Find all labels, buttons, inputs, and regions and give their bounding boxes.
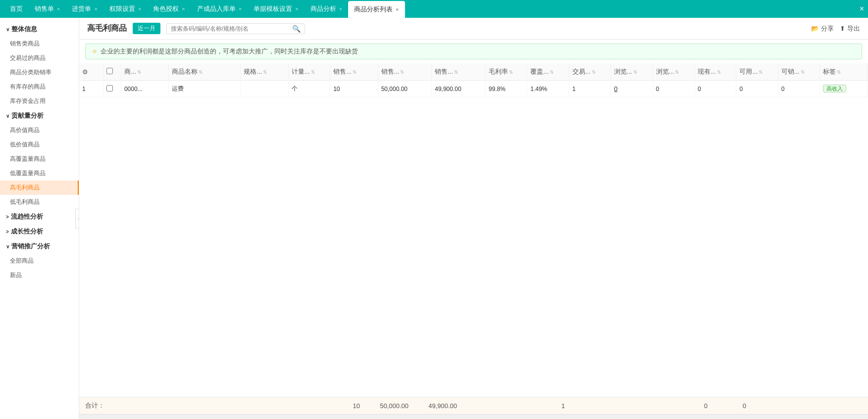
horizontal-scrollbar[interactable] [79,414,868,419]
col-header-4[interactable]: 规格...⇅ [241,63,289,81]
col-header-5[interactable]: 计量...⇅ [288,63,330,81]
sidebar-item-高覆盖量商品[interactable]: 高覆盖量商品 [0,152,79,166]
sidebar-item-有库存的商品[interactable]: 有库存的商品 [0,80,79,94]
settings-icon[interactable]: ⚙ [82,68,88,76]
sidebar-group-贡献量分析[interactable]: ∨贡献量分析 [0,108,79,123]
export-button[interactable]: ⬆ 导出 [840,24,860,33]
footer-sale-qty: 10 [320,402,360,410]
col-header-9[interactable]: 毛利率⇅ [485,63,527,81]
data-table: ⚙商...⇅商品名称⇅规格...⇅计量...⇅销售...⇅销售...⇅销售...… [79,63,868,97]
sidebar-group-营销推广分析[interactable]: ∨营销推广分析 [0,239,79,254]
table-row: 10000...运费个1050,000.0049,900.0099.8%1.49… [79,81,868,97]
top-nav: 首页销售单×进货单×权限设置×角色授权×产成品入库单×单据模板设置×商品分析×商… [0,0,868,18]
nav-tab-close[interactable]: × [339,6,342,12]
col-header-1[interactable] [103,63,121,81]
nav-tab-close[interactable]: × [182,6,185,12]
col-header-14[interactable]: 现有...⇅ [694,63,736,81]
row-browse1[interactable]: 0 [611,81,653,97]
sidebar-group-流趋性分析[interactable]: >流趋性分析 [0,209,79,224]
sidebar: ∨整体信息销售类商品交易过的商品商品分类助销率有库存的商品库存资金占用∨贡献量分… [0,18,79,419]
sidebar-group-整体信息[interactable]: ∨整体信息 [0,22,79,37]
col-header-0[interactable]: ⚙ [79,63,103,81]
header-actions: 📂 分享 ⬆ 导出 [811,24,860,33]
sidebar-item-低毛利商品[interactable]: 低毛利商品 [0,195,79,209]
nav-tab-close[interactable]: × [295,6,298,12]
nav-tab-角色授权[interactable]: 角色授权× [147,0,191,18]
col-header-15[interactable]: 可用...⇅ [736,63,778,81]
footer-available: 0 [673,402,708,410]
search-icon[interactable]: 🔍 [292,25,301,33]
col-header-7[interactable]: 销售...⇅ [378,63,432,81]
row-select-checkbox[interactable] [106,85,113,92]
row-checkbox[interactable] [103,81,121,97]
col-header-2[interactable]: 商...⇅ [121,63,169,81]
row-tag: 高收入 [820,81,868,97]
nav-tab-close[interactable]: × [396,6,399,12]
sidebar-item-销售类商品[interactable]: 销售类商品 [0,37,79,51]
sidebar-item-全部商品[interactable]: 全部商品 [0,254,79,268]
col-header-13[interactable]: 浏览...⇅ [653,63,694,81]
search-input[interactable] [171,25,292,32]
row-name: 运费 [169,81,241,97]
col-header-11[interactable]: 交易...⇅ [569,63,611,81]
content-panel: 高毛利商品 近一月 🔍 📂 分享 ⬆ 导出 ✧ 企业的主要的 [79,18,868,419]
footer-sale-profit: 49,900.00 [412,402,457,410]
nav-tab-销售单[interactable]: 销售单× [29,0,66,18]
select-all-checkbox[interactable] [106,68,113,74]
col-header-6[interactable]: 销售...⇅ [330,63,378,81]
sidebar-collapse-button[interactable]: « [75,209,79,229]
row-spec [241,81,289,97]
sidebar-item-低覆盖量商品[interactable]: 低覆盖量商品 [0,166,79,181]
row-available: 0 [736,81,778,97]
nav-tab-权限设置[interactable]: 权限设置× [103,0,147,18]
sidebar-item-新品[interactable]: 新品 [0,268,79,282]
nav-tab-close[interactable]: × [94,6,97,12]
group-arrow: ∨ [6,27,9,32]
footer-label: 合计： [85,401,104,410]
nav-tab-首页[interactable]: 首页 [4,0,29,18]
table-footer: 合计： 10 50,000.00 49,900.00 1 0 0 [79,397,868,414]
sidebar-group-成长性分析[interactable]: >成长性分析 [0,224,79,239]
nav-tab-close[interactable]: × [138,6,141,12]
nav-tab-商品分析[interactable]: 商品分析× [305,0,348,18]
group-arrow: ∨ [6,113,9,119]
row-gross-rate: 99.8% [485,81,527,97]
footer-saleable: 0 [712,402,746,410]
data-table-wrap: ⚙商...⇅商品名称⇅规格...⇅计量...⇅销售...⇅销售...⇅销售...… [79,63,868,397]
group-arrow: > [6,214,9,220]
footer-sale-amount: 50,000.00 [364,402,408,410]
sidebar-item-高价值商品[interactable]: 高价值商品 [0,123,79,138]
nav-tab-进货单[interactable]: 进货单× [66,0,103,18]
sidebar-item-低价值商品[interactable]: 低价值商品 [0,138,79,152]
group-arrow: > [6,229,9,234]
row-browse2: 0 [653,81,694,97]
tag-badge: 高收入 [823,85,846,93]
share-button[interactable]: 📂 分享 [811,24,834,33]
col-header-12[interactable]: 浏览...⇅ [611,63,653,81]
page-title: 高毛利商品 [87,23,127,34]
export-icon: ⬆ [840,25,845,32]
search-wrap: 🔍 [166,23,305,34]
nav-tab-产成品入库单[interactable]: 产成品入库单× [191,0,248,18]
col-header-10[interactable]: 覆盖...⇅ [527,63,569,81]
sidebar-item-商品分类助销率[interactable]: 商品分类助销率 [0,65,79,80]
sidebar-item-库存资金占用[interactable]: 库存资金占用 [0,94,79,108]
col-header-3[interactable]: 商品名称⇅ [169,63,241,81]
content-header: 高毛利商品 近一月 🔍 📂 分享 ⬆ 导出 [79,18,868,40]
row-trade-count: 1 [569,81,611,97]
time-filter-button[interactable]: 近一月 [133,23,160,34]
nav-tab-商品分析列表[interactable]: 商品分析列表× [348,1,405,18]
sidebar-item-高毛利商品[interactable]: 高毛利商品 [0,181,79,195]
group-arrow: ∨ [6,244,9,249]
nav-tab-单据模板设置[interactable]: 单据模板设置× [248,0,304,18]
col-header-17[interactable]: 标签⇅ [820,63,868,81]
nav-tab-close[interactable]: × [239,6,242,12]
browse-link[interactable]: 0 [614,85,617,93]
info-banner: ✧ 企业的主要的利润都是这部分商品创造的，可考虑加大推广，同时关注库存是不要出现… [85,44,862,59]
col-header-8[interactable]: 销售...⇅ [432,63,486,81]
sidebar-item-交易过的商品[interactable]: 交易过的商品 [0,51,79,65]
col-header-16[interactable]: 可销...⇅ [778,63,819,81]
row-sale-profit: 49,900.00 [432,81,486,97]
nav-tab-close[interactable]: × [57,6,60,12]
close-all-button[interactable]: × [860,4,864,13]
